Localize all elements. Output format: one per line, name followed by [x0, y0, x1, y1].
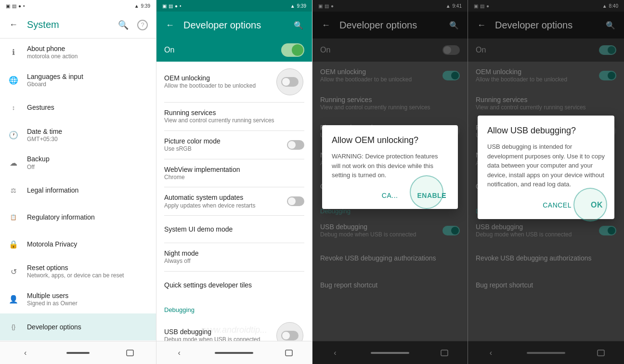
running-services-item[interactable]: Running services View and control curren…	[156, 103, 312, 130]
svg-rect-1	[286, 350, 292, 356]
oem-unlock-item[interactable]: OEM unlocking Allow the bootloader to be…	[156, 62, 312, 102]
webview-item[interactable]: WebView implementation Chrome	[156, 159, 312, 187]
reset-title: Reset options	[27, 263, 148, 272]
auto-updates-subtitle: Apply updates when device restarts	[164, 202, 279, 210]
dev-search-btn[interactable]: 🔍	[293, 19, 304, 31]
notif-m1: ▣	[162, 3, 167, 9]
night-mode-item[interactable]: Night mode Always off	[156, 243, 312, 271]
auto-updates-item[interactable]: Automatic system updates Apply updates w…	[156, 187, 312, 215]
usb-ok-btn[interactable]: OK	[583, 197, 611, 213]
help-button[interactable]: ?	[137, 19, 148, 31]
developer-options-panel-2: ▣ ▤ ● ▲ 9:41 ← Developer options 🔍 On OE…	[312, 0, 468, 364]
debugging-header: Debugging	[156, 299, 312, 315]
about-phone-item[interactable]: ℹ About phone motorola one action	[0, 39, 156, 66]
back-icon: ←	[9, 20, 18, 30]
languages-icon: 🌐	[8, 75, 19, 86]
usb-toggle-area	[275, 321, 304, 341]
dev-title: Developer options	[183, 20, 285, 31]
nav-recents-left[interactable]	[121, 345, 140, 361]
datetime-icon: 🕐	[8, 129, 19, 141]
developer-options-item[interactable]: {} Developer options	[0, 313, 156, 340]
usb-dialog-actions: Cancel OK	[478, 195, 614, 215]
time-m: 9:39	[297, 3, 306, 9]
oem-title: OEM unlocking	[164, 74, 268, 82]
oem-toggle[interactable]	[281, 77, 299, 87]
datetime-subtitle: GMT+05:30	[27, 136, 148, 143]
back-nav-icon: ‹	[24, 349, 26, 357]
datetime-item[interactable]: 🕐 Date & time GMT+05:30	[0, 121, 156, 149]
search-button[interactable]: 🔍	[117, 19, 129, 31]
usb-dialog-body: USB debugging is intended for developmen…	[478, 142, 614, 195]
webview-title: WebView implementation	[164, 165, 304, 174]
usb-dialog: Allow USB debugging? USB debugging is in…	[478, 116, 614, 219]
svg-rect-0	[127, 350, 133, 356]
nav-back-middle[interactable]: ‹	[169, 345, 189, 361]
notif-m2: ▤	[169, 3, 173, 9]
back-nav-m: ‹	[178, 349, 180, 357]
auto-updates-toggle[interactable]	[287, 196, 304, 206]
dev-on-label: On	[164, 46, 273, 54]
backup-item[interactable]: ☁ Backup Off	[0, 149, 156, 177]
reset-subtitle: Network, apps, or device can be reset	[27, 272, 148, 280]
system-settings-panel: ▣ ▤ ● • ▲ 9:39 ← System 🔍 ? ℹ About phon…	[0, 0, 156, 364]
app-bar-title: System	[27, 19, 110, 30]
bottom-nav-left: ‹	[0, 341, 156, 364]
dev-app-bar: ← Developer options 🔍	[156, 12, 312, 39]
backup-title: Backup	[27, 155, 148, 163]
search-icon: 🔍	[118, 20, 129, 30]
multiuser-item[interactable]: 👤 Multiple users Signed in as Owner	[0, 286, 156, 313]
ui-demo-item[interactable]: System UI demo mode	[156, 216, 312, 243]
datetime-title: Date & time	[27, 127, 148, 136]
picture-toggle[interactable]	[287, 140, 304, 150]
legal-item[interactable]: ⚖ Legal information	[0, 177, 156, 204]
regulatory-item[interactable]: 📋 Regulatory information	[0, 204, 156, 231]
notif-icon: ▣	[6, 3, 10, 9]
usb-cancel-btn[interactable]: Cancel	[535, 197, 579, 213]
privacy-title: Motorola Privacy	[27, 240, 148, 248]
system-app-bar: ← System 🔍 ?	[0, 12, 156, 39]
ui-demo-title: System UI demo mode	[164, 225, 304, 234]
dev-on-toggle[interactable]	[281, 43, 304, 57]
status-bar-left: ▣ ▤ ● • ▲ 9:39	[0, 0, 156, 12]
nav-back-left[interactable]: ‹	[16, 345, 35, 361]
oem-cancel-btn[interactable]: Ca...	[374, 188, 406, 203]
gestures-title: Gestures	[27, 103, 148, 112]
gestures-icon: ↕	[8, 102, 19, 114]
status-icons-left: ▣ ▤ ● •	[6, 3, 25, 9]
dev-settings-list: OEM unlocking Allow the bootloader to be…	[156, 62, 312, 341]
usb-debug-toggle[interactable]	[281, 331, 299, 340]
wifi-m-icon: ▲	[290, 3, 295, 9]
languages-item[interactable]: 🌐 Languages & input Gboard	[0, 66, 156, 94]
dev-back-icon: ←	[166, 20, 174, 30]
picture-color-item[interactable]: Picture color mode Use sRGB	[156, 131, 312, 159]
oem-dialog-actions: Ca... Enable	[322, 186, 458, 205]
night-mode-subtitle: Always off	[164, 258, 304, 265]
help-icon: ?	[137, 20, 148, 30]
legal-title: Legal information	[27, 186, 148, 195]
regulatory-title: Regulatory information	[27, 213, 148, 221]
developer-options-panel: ▣ ▤ ● • ▲ 9:39 ← Developer options 🔍 On …	[156, 0, 312, 364]
time-display: 9:39	[141, 3, 150, 9]
nav-recents-middle[interactable]	[280, 345, 299, 361]
motorola-privacy-item[interactable]: 🔒 Motorola Privacy	[0, 231, 156, 258]
picture-subtitle: Use sRGB	[164, 145, 279, 153]
reset-icon: ↺	[8, 266, 19, 277]
notif-m-dot: •	[180, 3, 182, 9]
dev-on-row[interactable]: On	[156, 39, 312, 62]
notif-m3: ●	[175, 3, 178, 9]
bottom-nav-middle: ‹	[156, 341, 312, 364]
recents-icon-m	[285, 349, 294, 357]
about-title: About phone	[27, 44, 148, 53]
picture-title: Picture color mode	[164, 137, 279, 145]
back-button[interactable]: ←	[8, 19, 19, 31]
oem-dialog-title: Allow OEM unlocking?	[322, 135, 458, 152]
quick-tiles-item[interactable]: Quick settings developer tiles	[156, 272, 312, 299]
reset-item[interactable]: ↺ Reset options Network, apps, or device…	[0, 258, 156, 286]
gestures-item[interactable]: ↕ Gestures	[0, 94, 156, 121]
notif-icon3: ●	[18, 3, 21, 9]
developer-icon: {}	[8, 321, 19, 333]
oem-enable-btn[interactable]: Enable	[409, 188, 454, 203]
wifi-icon: ▲	[134, 3, 139, 9]
dev-back-btn[interactable]: ←	[164, 19, 176, 31]
backup-subtitle: Off	[27, 164, 148, 171]
